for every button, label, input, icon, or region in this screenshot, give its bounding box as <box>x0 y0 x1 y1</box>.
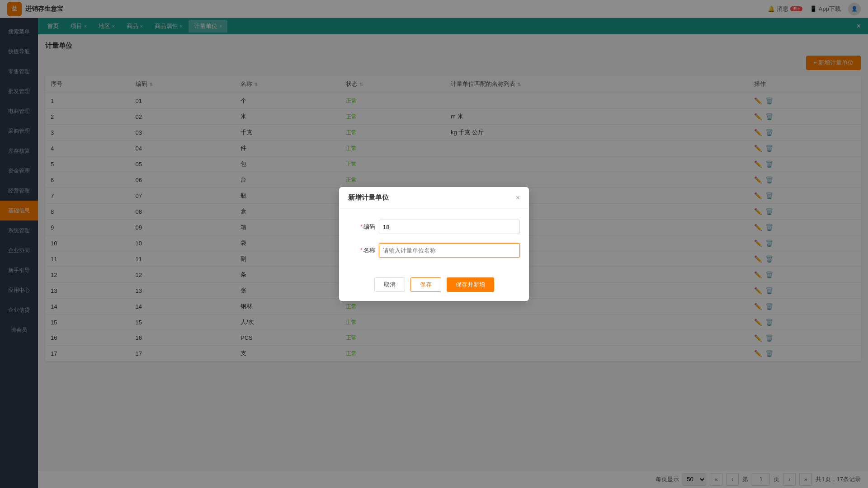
modal-footer: 取消 保存 保存并新增 <box>339 272 529 301</box>
code-label: 编码 <box>348 223 375 231</box>
name-input[interactable] <box>379 243 520 258</box>
save-and-new-button[interactable]: 保存并新增 <box>447 277 494 292</box>
add-unit-modal: 新增计量单位 × 编码 名称 取消 保存 保存并新增 <box>339 187 529 301</box>
code-form-row: 编码 <box>348 220 520 234</box>
modal-header: 新增计量单位 × <box>339 187 529 209</box>
save-button[interactable]: 保存 <box>410 277 441 292</box>
modal-title: 新增计量单位 <box>348 193 389 202</box>
name-form-row: 名称 <box>348 243 520 258</box>
name-label: 名称 <box>348 246 375 254</box>
modal-close-button[interactable]: × <box>516 194 520 202</box>
modal-body: 编码 名称 <box>339 209 529 272</box>
code-input[interactable] <box>379 220 520 234</box>
cancel-button[interactable]: 取消 <box>374 277 405 292</box>
modal-overlay: 新增计量单位 × 编码 名称 取消 保存 保存并新增 <box>0 0 868 488</box>
